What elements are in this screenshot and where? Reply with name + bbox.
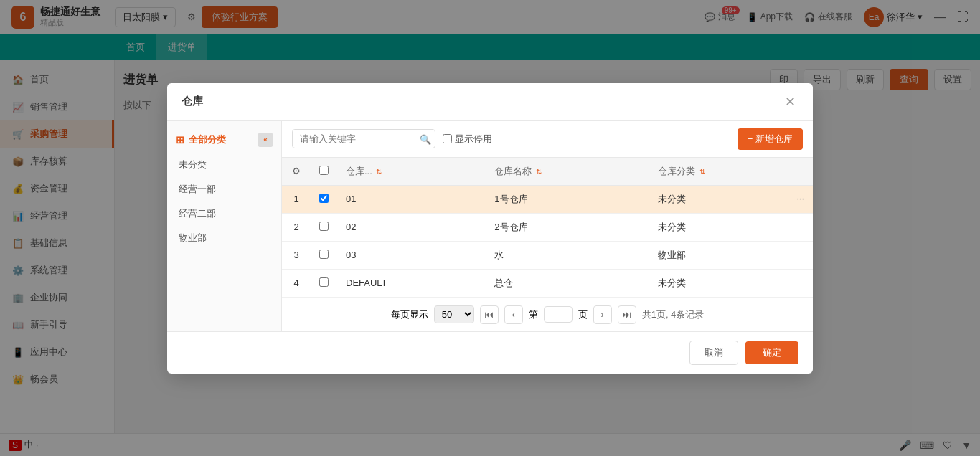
col-gear: ⚙ (282, 158, 311, 186)
row-checkbox[interactable] (311, 269, 337, 297)
modal-header: 仓库 ✕ (167, 83, 813, 121)
row-category: 未分类 (649, 269, 813, 297)
row-action-icon[interactable]: ··· (796, 193, 804, 204)
search-wrap: 🔍 (292, 129, 435, 148)
col-name-header[interactable]: 仓库名称 ⇅ (486, 158, 649, 186)
modal-footer: 取消 确定 (167, 331, 813, 374)
close-button[interactable]: ✕ (781, 93, 798, 110)
modal-title: 仓库 (182, 95, 203, 108)
add-warehouse-button[interactable]: + 新增仓库 (738, 128, 803, 150)
row-num: 1 (282, 185, 311, 213)
row-code: 01 (337, 185, 486, 213)
row-code: 03 (337, 241, 486, 269)
confirm-button[interactable]: 确定 (745, 341, 798, 364)
col-category-header[interactable]: 仓库分类 ⇅ (649, 158, 813, 186)
row-name: 1号仓库 (486, 185, 649, 213)
sort-icon: ⇅ (376, 168, 382, 176)
row-name: 水 (486, 241, 649, 269)
table-row[interactable]: 2 02 2号仓库 未分类 (282, 213, 813, 241)
sort-icon: ⇅ (536, 168, 542, 176)
row-category: 未分类 (649, 213, 813, 241)
modal-body: ⊞ 全部分类 « 未分类 经营一部 经营二部 物业部 (167, 121, 813, 331)
modal-main: 🔍 显示停用 + 新增仓库 ⚙ (282, 121, 813, 331)
page-number-input[interactable]: 1 (544, 306, 573, 323)
table-row[interactable]: 1 01 1号仓库 未分类··· (282, 185, 813, 213)
select-all-checkbox[interactable] (319, 166, 329, 175)
row-category: 未分类··· (649, 185, 813, 213)
modal-overlay: 仓库 ✕ ⊞ 全部分类 « 未分类 经营一部 经营二部 (0, 0, 980, 456)
row-name: 2号仓库 (486, 213, 649, 241)
cancel-button[interactable]: 取消 (689, 341, 738, 365)
category-item-unclassified[interactable]: 未分类 (167, 153, 281, 177)
row-num: 4 (282, 269, 311, 297)
col-code-header[interactable]: 仓库... ⇅ (337, 158, 486, 186)
pagination: 每页显示 50 100 ⏮ ‹ 第 1 页 › ⏭ 共1页, 4条记录 (282, 298, 813, 331)
col-check (311, 158, 337, 186)
last-page-button[interactable]: ⏭ (618, 305, 636, 324)
category-item-ops2[interactable]: 经营二部 (167, 201, 281, 226)
table-row[interactable]: 4 DEFAULT 总仓 未分类 (282, 269, 813, 297)
category-item-property[interactable]: 物业部 (167, 226, 281, 250)
warehouse-table: ⚙ 仓库... ⇅ 仓库名称 (282, 158, 813, 298)
modal-category-panel: ⊞ 全部分类 « 未分类 经营一部 经营二部 物业部 (167, 121, 282, 331)
row-num: 2 (282, 213, 311, 241)
row-code: 02 (337, 213, 486, 241)
prev-page-button[interactable]: ‹ (504, 305, 523, 324)
warehouse-modal: 仓库 ✕ ⊞ 全部分类 « 未分类 经营一部 经营二部 (167, 83, 813, 374)
all-categories-header[interactable]: ⊞ 全部分类 « (167, 127, 281, 153)
row-checkbox[interactable] (311, 185, 337, 213)
row-checkbox[interactable] (311, 241, 337, 269)
category-item-ops1[interactable]: 经营一部 (167, 177, 281, 201)
table-row[interactable]: 3 03 水 物业部 (282, 241, 813, 269)
grid-icon: ⊞ (176, 134, 184, 146)
row-num: 3 (282, 241, 311, 269)
first-page-button[interactable]: ⏮ (480, 305, 499, 324)
row-checkbox[interactable] (311, 213, 337, 241)
next-page-button[interactable]: › (593, 305, 612, 324)
row-name: 总仓 (486, 269, 649, 297)
search-input[interactable] (292, 129, 435, 148)
row-code: DEFAULT (337, 269, 486, 297)
collapse-button[interactable]: « (258, 133, 273, 147)
sort-icon: ⇅ (699, 168, 705, 176)
per-page-select[interactable]: 50 100 (434, 305, 474, 323)
modal-toolbar: 🔍 显示停用 + 新增仓库 (282, 121, 813, 158)
show-disabled-checkbox[interactable]: 显示停用 (443, 133, 492, 146)
disabled-checkbox[interactable] (443, 134, 452, 143)
search-icon[interactable]: 🔍 (420, 133, 431, 144)
gear-icon[interactable]: ⚙ (292, 166, 301, 176)
row-category: 物业部 (649, 241, 813, 269)
